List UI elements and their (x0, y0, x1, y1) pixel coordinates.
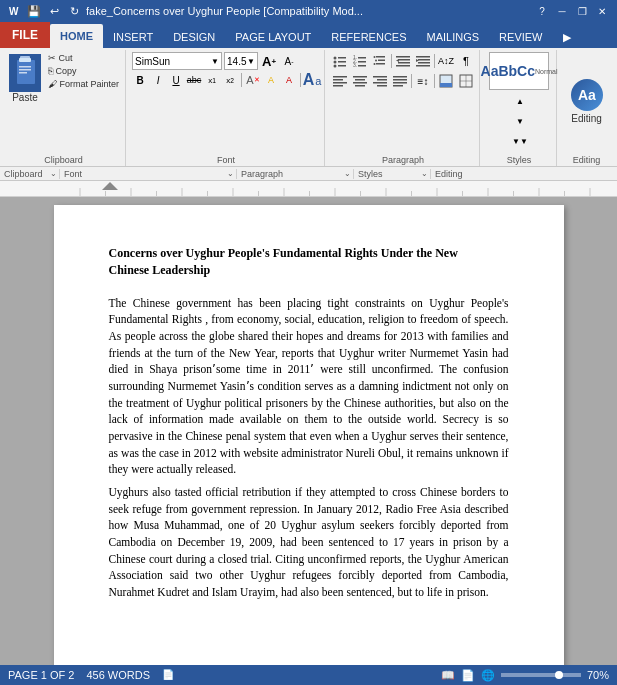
restore-button[interactable]: ❐ (573, 4, 591, 18)
bold-button[interactable]: B (132, 72, 148, 88)
styles-bottom-label: Styles ⌄ (356, 169, 431, 179)
multilevel-list-button[interactable] (371, 52, 389, 70)
font-name-selector[interactable]: SimSun ▼ (132, 52, 222, 70)
read-mode-icon[interactable]: 📖 (441, 669, 455, 682)
svg-rect-50 (393, 82, 407, 84)
styles-more-button[interactable]: ▼▼ (511, 132, 529, 150)
format-painter-button[interactable]: 🖌 Format Painter (46, 78, 121, 90)
svg-rect-44 (373, 76, 387, 78)
align-right-button[interactable] (371, 72, 389, 90)
tab-file[interactable]: FILE (0, 22, 50, 48)
tab-page-layout[interactable]: PAGE LAYOUT (225, 26, 321, 48)
show-formatting-button[interactable]: ¶ (457, 52, 475, 70)
line-spacing-button[interactable]: ≡↕ (414, 72, 432, 90)
close-button[interactable]: ✕ (593, 4, 611, 18)
numbering-button[interactable]: 1. 2. 3. (351, 52, 369, 70)
justify-button[interactable] (391, 72, 409, 90)
clipboard-content: Paste ✂ Cut ⎘ Copy 🖌 Format Painter (6, 52, 121, 164)
para-row2: ≡↕ (331, 72, 475, 90)
paragraph-expand-btn[interactable]: ⌄ (344, 169, 351, 178)
tab-design[interactable]: DESIGN (163, 26, 225, 48)
bullets-button[interactable] (331, 52, 349, 70)
borders-button[interactable] (457, 72, 475, 90)
svg-rect-5 (19, 66, 31, 68)
paragraph-group: 1. 2. 3. (327, 50, 480, 166)
svg-rect-42 (353, 82, 367, 84)
save-icon[interactable]: 💾 (26, 3, 42, 19)
document-title: fake_Concerns over Uyghur People [Compat… (86, 5, 363, 17)
zoom-slider[interactable] (501, 673, 581, 677)
styles-content: AaBbCc Normal ▲ ▼ ▼▼ (489, 52, 549, 164)
cut-button[interactable]: ✂ Cut (46, 52, 121, 64)
tab-insert[interactable]: INSERT (103, 26, 163, 48)
tab-references[interactable]: REFERENCES (321, 26, 416, 48)
para-divider2 (434, 54, 435, 68)
font-format-row: B I U abc x1 x2 A✕ A A Aa (132, 72, 320, 88)
clipboard-expand-btn[interactable]: ⌄ (50, 169, 57, 178)
svg-rect-27 (398, 59, 410, 61)
window-controls: ? ─ ❐ ✕ (533, 4, 611, 18)
decrease-font-btn[interactable]: A- (280, 52, 298, 70)
styles-preview[interactable]: AaBbCc Normal (489, 52, 549, 90)
svg-rect-53 (440, 83, 452, 87)
italic-button[interactable]: I (150, 72, 166, 88)
align-left-button[interactable] (331, 72, 349, 90)
tab-review[interactable]: REVIEW (489, 26, 552, 48)
redo-icon[interactable]: ↻ (66, 3, 82, 19)
document-body[interactable]: The Chinese government has been placing … (109, 295, 509, 601)
font-size-selector[interactable]: 14.5 ▼ (224, 52, 258, 70)
svg-rect-4 (19, 58, 31, 62)
copy-button[interactable]: ⎘ Copy (46, 65, 121, 77)
zoom-percent[interactable]: 70% (587, 669, 609, 681)
title-bar: W 💾 ↩ ↻ fake_Concerns over Uyghur People… (0, 0, 617, 22)
para-divider1 (391, 54, 392, 68)
svg-rect-11 (338, 61, 346, 63)
superscript-button[interactable]: x2 (222, 72, 238, 88)
font-name-dropdown-icon: ▼ (211, 57, 219, 66)
svg-text:W: W (9, 6, 19, 17)
paste-icon (9, 54, 41, 92)
para-row1: 1. 2. 3. (331, 52, 475, 70)
svg-text:Aa: Aa (578, 87, 596, 103)
styles-up-button[interactable]: ▲ (511, 92, 529, 110)
svg-rect-17 (358, 61, 366, 63)
help-button[interactable]: ? (533, 4, 551, 18)
document-page[interactable]: Concerns over Uyghur People's Fundamenta… (54, 205, 564, 665)
text-highlight-button[interactable]: A (263, 72, 279, 88)
shading-button[interactable] (437, 72, 455, 90)
svg-rect-28 (398, 62, 410, 64)
styles-down-button[interactable]: ▼ (511, 112, 529, 130)
sort-button[interactable]: A↕Z (437, 52, 455, 70)
svg-rect-33 (418, 62, 430, 64)
word-app-icon: W (6, 3, 22, 19)
paste-button[interactable]: Paste (6, 52, 44, 105)
print-layout-icon[interactable]: 📄 (461, 669, 475, 682)
styles-nav: ▲ ▼ ▼▼ (511, 92, 529, 150)
decrease-indent-button[interactable] (394, 52, 412, 70)
font-expand-btn[interactable]: ⌄ (227, 169, 234, 178)
undo-icon[interactable]: ↩ (46, 3, 62, 19)
increase-font-btn[interactable]: A+ (260, 52, 278, 70)
tab-mailings[interactable]: MAILINGS (417, 26, 490, 48)
ribbon-tabs: FILE HOME INSERT DESIGN PAGE LAYOUT REFE… (0, 22, 617, 48)
web-layout-icon[interactable]: 🌐 (481, 669, 495, 682)
tab-more[interactable]: ▶ (553, 26, 581, 48)
ribbon-body: Paste ✂ Cut ⎘ Copy 🖌 Format Painter Clip… (0, 48, 617, 167)
svg-rect-37 (333, 79, 343, 81)
para-content: 1. 2. 3. (331, 52, 475, 164)
strikethrough-button[interactable]: abc (186, 72, 202, 88)
minimize-button[interactable]: ─ (553, 4, 571, 18)
font-color-button[interactable]: A (281, 72, 297, 88)
quick-access-toolbar: 💾 ↩ ↻ (26, 3, 82, 19)
clear-format-button[interactable]: A✕ (245, 72, 261, 88)
increase-indent-button[interactable] (414, 52, 432, 70)
editing-button[interactable]: Aa Editing (567, 75, 607, 128)
subscript-button[interactable]: x1 (204, 72, 220, 88)
underline-button[interactable]: U (168, 72, 184, 88)
clipboard-label: Clipboard (2, 155, 125, 165)
svg-point-10 (334, 61, 337, 64)
tab-home[interactable]: HOME (50, 24, 103, 48)
styles-expand-btn[interactable]: ⌄ (421, 169, 428, 178)
change-case-button[interactable]: Aa (304, 72, 320, 88)
align-center-button[interactable] (351, 72, 369, 90)
